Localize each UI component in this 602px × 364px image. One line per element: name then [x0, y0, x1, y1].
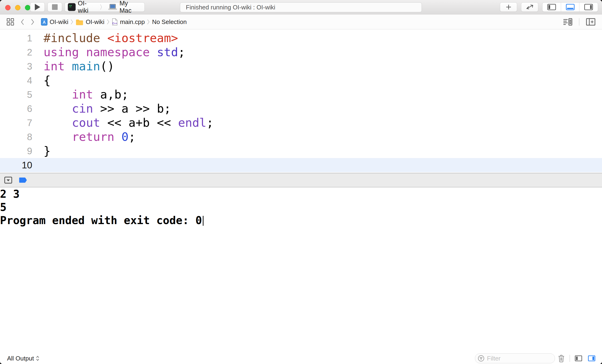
line-number[interactable]: 9: [0, 146, 32, 156]
cpp-file-icon: C++: [112, 18, 118, 26]
line-number[interactable]: 4: [0, 75, 32, 86]
add-editor-icon: [586, 18, 595, 26]
debug-bottom-bar: All Output: [0, 353, 602, 364]
breadcrumb-project-label: OI-wiki: [50, 18, 68, 26]
breadcrumb-selection-label: No Selection: [152, 18, 187, 26]
line-number[interactable]: 1: [0, 33, 32, 43]
minimize-window-button[interactable]: [15, 5, 21, 10]
console-pane-icon: [588, 355, 595, 361]
console-line: 5: [0, 201, 602, 214]
toggle-inspector-button[interactable]: [579, 3, 598, 11]
toggle-console-view-button[interactable]: [585, 355, 598, 361]
code-line-10[interactable]: 10: [0, 158, 602, 172]
app-scheme-icon: [68, 3, 76, 11]
panel-toggle-group: [542, 2, 598, 12]
code-line-6[interactable]: 6 cin >> a >> b;: [0, 102, 602, 116]
scheme-selector[interactable]: OI-wiki 〉 My Mac: [65, 2, 145, 12]
code-line-8[interactable]: 8 return 0;: [0, 130, 602, 144]
line-number[interactable]: 7: [0, 118, 32, 128]
variables-pane-icon: [575, 355, 582, 361]
output-scope-selector[interactable]: All Output: [7, 355, 40, 362]
divider: [579, 18, 580, 26]
filter-input[interactable]: [486, 354, 544, 362]
code-line-2[interactable]: 2using namespace std;: [0, 45, 602, 59]
breadcrumb-separator-icon: [147, 19, 150, 25]
play-icon: [34, 3, 41, 11]
breadcrumb-separator-icon: [107, 19, 109, 25]
scheme-project-label: OI-wiki: [78, 0, 97, 14]
related-items-icon: [7, 18, 14, 26]
inspector-panel-icon: [584, 4, 593, 10]
toggle-navigator-button[interactable]: [542, 3, 561, 11]
trash-icon: [558, 354, 565, 362]
zoom-window-button[interactable]: [25, 5, 30, 10]
breakpoints-toggle-button[interactable]: [19, 177, 27, 183]
line-number[interactable]: 2: [0, 47, 32, 58]
svg-text:C++: C++: [112, 22, 117, 25]
code-text: }: [43, 144, 51, 158]
stop-icon: [52, 4, 58, 10]
code-line-7[interactable]: 7 cout << a+b << endl;: [0, 116, 602, 130]
toggle-variables-view-button[interactable]: [572, 355, 585, 361]
code-text: using namespace std;: [43, 45, 185, 59]
run-button[interactable]: [30, 2, 45, 12]
xcode-project-icon: A: [41, 18, 48, 26]
stop-button[interactable]: [48, 2, 62, 12]
editor-lines: 1#include <iostream>2using namespace std…: [0, 31, 602, 172]
line-number[interactable]: 6: [0, 104, 32, 114]
navigator-panel-icon: [547, 4, 556, 10]
source-editor[interactable]: 1#include <iostream>2using namespace std…: [0, 29, 602, 173]
line-number[interactable]: 5: [0, 89, 32, 100]
svg-text:A: A: [43, 20, 46, 24]
code-text: return 0;: [43, 130, 136, 144]
breadcrumb-file[interactable]: C++ main.cpp: [112, 18, 145, 26]
breadcrumb-selection[interactable]: No Selection: [152, 18, 187, 26]
version-editor-button[interactable]: [521, 2, 538, 12]
chevron-right-icon: [31, 19, 34, 25]
clear-console-button[interactable]: [555, 354, 568, 362]
code-line-3[interactable]: 3int main(): [0, 59, 602, 73]
debug-area-panel-icon: [566, 4, 575, 10]
line-number[interactable]: 8: [0, 132, 32, 142]
folder-icon: [75, 19, 84, 25]
jump-bar: A OI-wiki OI-wiki C+: [0, 15, 602, 29]
window-controls: [5, 5, 30, 10]
console-output[interactable]: 2 35Program ended with exit code: 0: [0, 187, 602, 353]
hide-debug-area-button[interactable]: [4, 177, 12, 184]
toggle-debug-area-button[interactable]: [561, 3, 580, 11]
minimap-button[interactable]: [560, 18, 576, 26]
toolbar: OI-wiki 〉 My Mac Finished running OI-wik…: [0, 0, 602, 15]
console-filter-field[interactable]: [475, 354, 555, 363]
line-number[interactable]: 3: [0, 61, 32, 72]
code-text: #include <iostream>: [43, 31, 178, 45]
breadcrumb-file-label: main.cpp: [120, 18, 145, 26]
breadcrumb-folder-label: OI-wiki: [86, 18, 104, 26]
go-back-button[interactable]: [17, 19, 28, 25]
minimap-icon: [563, 18, 572, 26]
console-lines: 2 35Program ended with exit code: 0: [0, 187, 602, 227]
divider: [570, 355, 570, 362]
line-number[interactable]: 10: [0, 160, 32, 170]
my-mac-icon: [108, 4, 117, 10]
status-text: Finished running OI-wiki : OI-wiki: [186, 4, 275, 11]
console-line: Program ended with exit code: 0: [0, 214, 602, 227]
swap-arrows-icon: [525, 3, 535, 10]
code-text: cout << a+b << endl;: [43, 116, 214, 130]
library-add-button[interactable]: [500, 2, 517, 12]
related-items-button[interactable]: [3, 18, 17, 26]
code-line-5[interactable]: 5 int a,b;: [0, 87, 602, 102]
activity-viewer: Finished running OI-wiki : OI-wiki: [180, 2, 422, 12]
console-line: 2 3: [0, 187, 602, 201]
code-line-4[interactable]: 4{: [0, 73, 602, 87]
breadcrumb-folder[interactable]: OI-wiki: [75, 18, 104, 26]
breadcrumb-project[interactable]: A OI-wiki: [41, 18, 68, 26]
close-window-button[interactable]: [5, 5, 11, 10]
code-line-9[interactable]: 9}: [0, 144, 602, 158]
output-scope-label: All Output: [7, 355, 34, 362]
text-cursor: [203, 216, 204, 226]
add-editor-button[interactable]: [583, 18, 599, 26]
code-line-1[interactable]: 1#include <iostream>: [0, 31, 602, 45]
disclosure-triangle-icon: [4, 177, 12, 184]
go-forward-button[interactable]: [28, 19, 38, 25]
scheme-destination-label: My Mac: [119, 0, 142, 14]
